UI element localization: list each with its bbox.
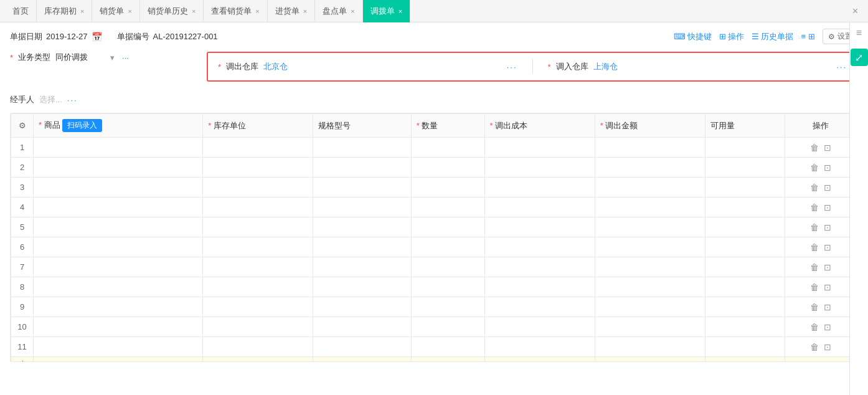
person-ellipsis-btn[interactable]: ··· bbox=[67, 95, 78, 105]
close-icon[interactable]: × bbox=[255, 7, 259, 15]
cell-spec[interactable] bbox=[313, 178, 411, 198]
cell-spec[interactable] bbox=[313, 237, 411, 257]
cell-amount[interactable] bbox=[595, 237, 705, 257]
cell-qty[interactable] bbox=[411, 138, 484, 158]
cell-available[interactable] bbox=[705, 257, 785, 277]
copy-button[interactable]: ⊡ bbox=[824, 302, 831, 312]
cell-spec[interactable] bbox=[313, 297, 411, 317]
cell-available[interactable] bbox=[705, 277, 785, 297]
copy-button[interactable]: ⊡ bbox=[824, 143, 831, 153]
delete-button[interactable]: 🗑 bbox=[810, 202, 819, 212]
calendar-icon[interactable]: 📅 bbox=[92, 32, 102, 42]
cell-qty[interactable] bbox=[411, 198, 484, 217]
cell-cost[interactable] bbox=[484, 297, 595, 317]
cell-amount[interactable] bbox=[595, 337, 705, 357]
cell-qty[interactable] bbox=[411, 217, 484, 237]
cell-amount[interactable] bbox=[595, 158, 705, 178]
cell-product[interactable] bbox=[34, 158, 203, 178]
delete-button[interactable]: 🗑 bbox=[810, 143, 819, 153]
view-toggle[interactable]: ≡ ⊞ bbox=[801, 32, 815, 41]
close-icon[interactable]: × bbox=[303, 7, 307, 15]
cell-qty[interactable] bbox=[411, 297, 484, 317]
cell-available[interactable] bbox=[705, 138, 785, 158]
close-icon[interactable]: × bbox=[351, 7, 354, 15]
cell-available[interactable] bbox=[705, 178, 785, 198]
cell-cost[interactable] bbox=[484, 217, 595, 237]
cell-cost[interactable] bbox=[484, 178, 595, 198]
cell-cost[interactable] bbox=[484, 257, 595, 277]
cell-product[interactable] bbox=[34, 138, 203, 158]
cell-product[interactable] bbox=[34, 178, 203, 198]
cell-available[interactable] bbox=[705, 297, 785, 317]
delete-button[interactable]: 🗑 bbox=[810, 242, 819, 252]
cell-qty[interactable] bbox=[411, 277, 484, 297]
cell-product[interactable] bbox=[34, 217, 203, 237]
cell-unit[interactable] bbox=[203, 158, 313, 178]
sidebar-expand-icon[interactable]: ⤢ bbox=[851, 49, 868, 66]
cell-unit[interactable] bbox=[203, 217, 313, 237]
cell-cost[interactable] bbox=[484, 138, 595, 158]
out-ellipsis-btn[interactable]: ··· bbox=[507, 62, 517, 72]
delete-button[interactable]: 🗑 bbox=[810, 262, 819, 272]
cell-amount[interactable] bbox=[595, 257, 705, 277]
cell-unit[interactable] bbox=[203, 337, 313, 357]
delete-button[interactable]: 🗑 bbox=[810, 322, 819, 332]
cell-amount[interactable] bbox=[595, 277, 705, 297]
copy-button[interactable]: ⊡ bbox=[824, 262, 831, 272]
cell-amount[interactable] bbox=[595, 297, 705, 317]
cell-product[interactable] bbox=[34, 337, 203, 357]
copy-button[interactable]: ⊡ bbox=[824, 322, 831, 332]
delete-button[interactable]: 🗑 bbox=[810, 222, 819, 232]
cell-amount[interactable] bbox=[595, 138, 705, 158]
cell-qty[interactable] bbox=[411, 237, 484, 257]
cell-unit[interactable] bbox=[203, 277, 313, 297]
close-icon-active[interactable]: × bbox=[399, 7, 402, 15]
cell-qty[interactable] bbox=[411, 317, 484, 337]
cell-unit[interactable] bbox=[203, 198, 313, 217]
window-close-button[interactable]: × bbox=[847, 6, 863, 16]
cell-amount[interactable] bbox=[595, 198, 705, 217]
cell-cost[interactable] bbox=[484, 198, 595, 217]
copy-button[interactable]: ⊡ bbox=[824, 202, 831, 212]
table-gear-icon[interactable]: ⚙ bbox=[19, 121, 26, 130]
close-icon[interactable]: × bbox=[80, 7, 84, 15]
delete-button[interactable]: 🗑 bbox=[810, 282, 819, 292]
cell-unit[interactable] bbox=[203, 257, 313, 277]
gear-header[interactable]: ⚙ bbox=[11, 114, 34, 138]
delete-button[interactable]: 🗑 bbox=[810, 183, 819, 193]
tab-purchase[interactable]: 进货单 × bbox=[268, 0, 315, 22]
delete-button[interactable]: 🗑 bbox=[810, 342, 819, 352]
copy-button[interactable]: ⊡ bbox=[824, 282, 831, 292]
cell-product[interactable] bbox=[34, 257, 203, 277]
cell-unit[interactable] bbox=[203, 178, 313, 198]
cell-spec[interactable] bbox=[313, 158, 411, 178]
close-icon[interactable]: × bbox=[128, 7, 131, 15]
dropdown-arrow-icon[interactable]: ▾ bbox=[110, 53, 115, 62]
person-select[interactable]: 选择... bbox=[39, 94, 62, 105]
cell-spec[interactable] bbox=[313, 337, 411, 357]
cell-spec[interactable] bbox=[313, 198, 411, 217]
cell-spec[interactable] bbox=[313, 138, 411, 158]
cell-available[interactable] bbox=[705, 237, 785, 257]
cell-available[interactable] bbox=[705, 217, 785, 237]
cell-qty[interactable] bbox=[411, 337, 484, 357]
delete-button[interactable]: 🗑 bbox=[810, 302, 819, 312]
copy-button[interactable]: ⊡ bbox=[824, 242, 831, 252]
cell-qty[interactable] bbox=[411, 158, 484, 178]
cell-spec[interactable] bbox=[313, 217, 411, 237]
scan-button[interactable]: 扫码录入 bbox=[62, 119, 102, 132]
cell-spec[interactable] bbox=[313, 257, 411, 277]
operations-btn[interactable]: ⊞ 操作 bbox=[719, 31, 744, 42]
cell-cost[interactable] bbox=[484, 337, 595, 357]
tab-home[interactable]: 首页 bbox=[5, 0, 37, 22]
in-ellipsis-btn[interactable]: ··· bbox=[836, 62, 847, 72]
cell-available[interactable] bbox=[705, 158, 785, 178]
sidebar-list-icon[interactable]: ≡ bbox=[856, 27, 862, 39]
copy-button[interactable]: ⊡ bbox=[824, 222, 831, 232]
cell-unit[interactable] bbox=[203, 138, 313, 158]
out-warehouse-value[interactable]: 北京仓 bbox=[263, 61, 288, 72]
cell-amount[interactable] bbox=[595, 217, 705, 237]
cell-qty[interactable] bbox=[411, 178, 484, 198]
cell-unit[interactable] bbox=[203, 317, 313, 337]
history-btn[interactable]: ☰ 历史单据 bbox=[752, 31, 793, 42]
